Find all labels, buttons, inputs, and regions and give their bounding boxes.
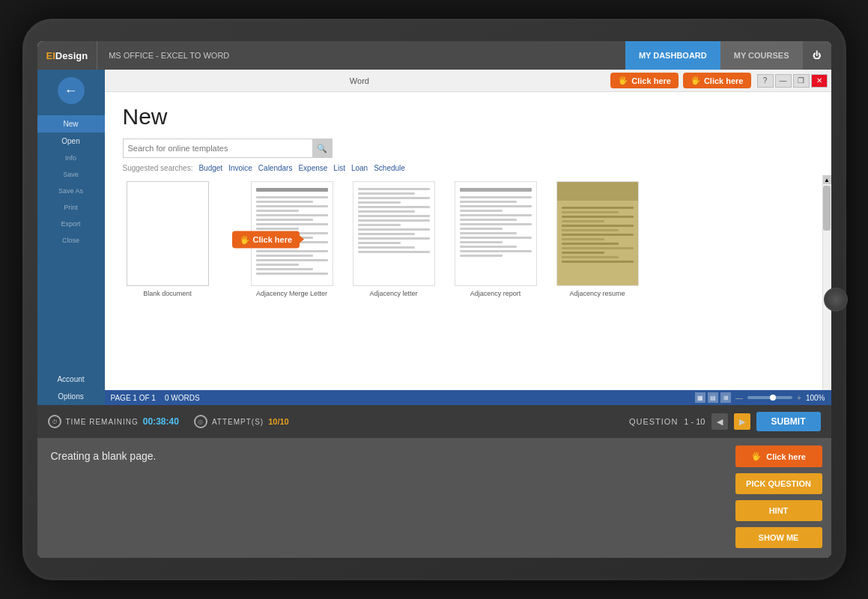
suggested-searches: Suggested searches: Budget Invoice Calen… xyxy=(105,161,831,175)
attempts-icon: ◎ xyxy=(194,415,207,428)
template-resume[interactable]: Adjacency resume xyxy=(553,181,643,297)
view-icon-3[interactable]: ⊞ xyxy=(720,392,731,403)
sidebar-item-options[interactable]: Options xyxy=(37,388,105,405)
word-content: New 🔍 Suggested searches: Budget Invoice… xyxy=(105,92,831,390)
sidebar-item-new[interactable]: New xyxy=(37,115,105,133)
suggested-invoice[interactable]: Invoice xyxy=(228,164,252,172)
suggested-expense[interactable]: Expense xyxy=(298,164,327,172)
view-icon-1[interactable]: ▦ xyxy=(695,392,705,403)
quiz-bar: ⏱ TIME REMAINING 00:38:40 ◎ ATTEMPT(S) 1… xyxy=(37,405,831,558)
question-nav: QUESTION 1 - 10 ◀ ▶ SUBMIT xyxy=(629,412,821,431)
sidebar: ← New Open Info Save Save As Print Expor… xyxy=(37,70,105,405)
click-here-button-1[interactable]: 🖐 Click here xyxy=(610,73,679,88)
search-input[interactable] xyxy=(124,144,312,153)
suggested-loan[interactable]: Loan xyxy=(351,164,368,172)
new-heading: New xyxy=(105,92,831,136)
top-nav: EIDesign MS OFFICE - EXCEL TO WORD MY DA… xyxy=(37,41,831,70)
next-question-button[interactable]: ▶ xyxy=(734,413,750,430)
word-close-button[interactable]: ✕ xyxy=(811,74,828,88)
sidebar-item-account[interactable]: Account xyxy=(37,371,105,388)
tablet-home-button[interactable] xyxy=(824,288,848,311)
blank-doc-thumb xyxy=(127,181,209,286)
letter-doc-thumb xyxy=(353,181,435,286)
suggested-calendars[interactable]: Calendars xyxy=(258,164,293,172)
zoom-slider[interactable] xyxy=(747,396,792,399)
template-report[interactable]: Adjacency report xyxy=(451,181,541,297)
sidebar-item-saveas[interactable]: Save As xyxy=(37,183,105,199)
resume-doc-label: Adjacency resume xyxy=(553,290,643,297)
course-title: MS OFFICE - EXCEL TO WORD xyxy=(97,51,625,60)
main-area: ← New Open Info Save Save As Print Expor… xyxy=(37,70,831,405)
suggested-schedule[interactable]: Schedule xyxy=(374,164,405,172)
search-bar: 🔍 xyxy=(123,139,333,158)
sidebar-item-info[interactable]: Info xyxy=(37,150,105,166)
my-courses-button[interactable]: MY COURSES xyxy=(720,41,803,70)
word-help-button[interactable]: ? xyxy=(757,74,774,88)
word-count: 0 WORDS xyxy=(165,394,200,402)
show-me-button[interactable]: SHOW ME xyxy=(735,527,822,548)
pick-question-button[interactable]: PICK QUESTION xyxy=(735,473,822,494)
word-title: Word xyxy=(109,76,611,85)
templates-scrollbar[interactable]: ▲ xyxy=(822,175,831,390)
hand-icon-2: 🖐 xyxy=(691,76,701,85)
timer-section: ⏱ TIME REMAINING 00:38:40 xyxy=(48,415,179,428)
timer-label: TIME REMAINING xyxy=(66,418,139,426)
resume-doc-thumb xyxy=(556,181,639,286)
suggested-label: Suggested searches: xyxy=(123,164,193,172)
word-maximize-button[interactable]: ❐ xyxy=(793,74,810,88)
click-here-button-2[interactable]: 🖐 Click here xyxy=(683,73,751,88)
zoom-thumb xyxy=(770,395,776,401)
tablet-screen: EIDesign MS OFFICE - EXCEL TO WORD MY DA… xyxy=(37,41,831,558)
back-arrow-icon: ← xyxy=(64,83,78,99)
search-icon-button[interactable]: 🔍 xyxy=(312,139,332,157)
question-text: Creating a blank page. xyxy=(51,450,157,462)
merge-doc-label: Adjacency Merge Letter xyxy=(247,290,337,297)
report-doc-label: Adjacency report xyxy=(451,290,541,297)
attempts-value: 10/10 xyxy=(268,417,289,426)
question-label: QUESTION xyxy=(629,417,678,426)
power-button[interactable]: ⏻ xyxy=(803,41,831,70)
suggested-list[interactable]: List xyxy=(333,164,345,172)
scroll-up-arrow[interactable]: ▲ xyxy=(823,175,831,184)
prev-question-button[interactable]: ◀ xyxy=(711,413,728,430)
my-dashboard-button[interactable]: MY DASHBOARD xyxy=(625,41,720,70)
template-merge-letter[interactable]: 🖐 Click here xyxy=(247,181,337,297)
sidebar-item-close[interactable]: Close xyxy=(37,232,105,249)
hand-icon-template: 🖐 xyxy=(240,234,250,244)
template-letter[interactable]: Adjacency letter xyxy=(349,181,439,297)
question-text-area: Creating a blank page. xyxy=(37,438,726,558)
letter-doc-label: Adjacency letter xyxy=(349,290,439,297)
word-app: Word 🖐 Click here 🖐 Click here ? xyxy=(105,70,831,405)
view-icon-2[interactable]: ▤ xyxy=(708,392,718,403)
status-left: PAGE 1 OF 1 0 WORDS xyxy=(111,394,200,402)
logo-area: EIDesign xyxy=(37,41,98,70)
quiz-buttons: 🖐 Click here PICK QUESTION HINT SHOW ME xyxy=(726,438,831,558)
sidebar-item-export[interactable]: Export xyxy=(37,216,105,232)
template-blank[interactable]: Blank document xyxy=(123,181,213,297)
scroll-thumb[interactable] xyxy=(823,186,831,231)
click-here-quiz-button[interactable]: 🖐 Click here xyxy=(735,446,822,467)
templates-area: Blank document 🖐 Click here xyxy=(105,175,831,390)
status-right: ▦ ▤ ⊞ — + 100% xyxy=(695,392,825,403)
sidebar-item-save[interactable]: Save xyxy=(37,166,105,183)
word-status-bar: PAGE 1 OF 1 0 WORDS ▦ ▤ ⊞ — + xyxy=(105,390,831,405)
hand-icon-quiz: 🖐 xyxy=(751,451,762,461)
hint-button[interactable]: HINT xyxy=(735,500,822,521)
nav-buttons: MY DASHBOARD MY COURSES ⏻ xyxy=(625,41,831,70)
sidebar-item-open[interactable]: Open xyxy=(37,133,105,150)
logo: EIDesign xyxy=(46,50,88,61)
zoom-level: 100% xyxy=(806,394,825,402)
timer-icon: ⏱ xyxy=(48,415,61,428)
sidebar-item-print[interactable]: Print xyxy=(37,199,105,216)
report-doc-thumb xyxy=(455,181,537,286)
submit-button[interactable]: SUBMIT xyxy=(756,412,821,431)
timer-value: 00:38:40 xyxy=(143,416,179,427)
word-minimize-button[interactable]: — xyxy=(775,74,792,88)
click-here-template-button[interactable]: 🖐 Click here xyxy=(232,231,300,248)
blank-doc-label: Blank document xyxy=(123,290,213,297)
back-button[interactable]: ← xyxy=(58,77,85,104)
power-icon: ⏻ xyxy=(813,51,821,60)
suggested-budget[interactable]: Budget xyxy=(198,164,222,172)
question-range: 1 - 10 xyxy=(684,417,705,426)
quiz-top-row: ⏱ TIME REMAINING 00:38:40 ◎ ATTEMPT(S) 1… xyxy=(37,405,831,438)
